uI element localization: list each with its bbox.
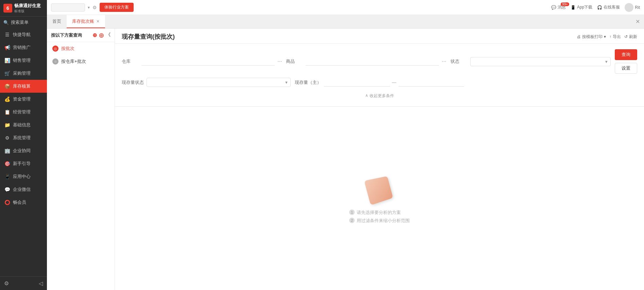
warehouse-filter-group: 仓库 ··· <box>122 57 282 66</box>
messages-button[interactable]: 💬 消息 99+ <box>551 4 566 10</box>
collapse-sidebar-icon[interactable]: ◁ <box>39 280 43 287</box>
user-profile[interactable]: Rit <box>625 3 640 12</box>
print-dropdown-icon[interactable]: ▾ <box>604 34 606 39</box>
tab-home[interactable]: 首页 <box>47 15 67 28</box>
username: Rit <box>635 5 640 10</box>
stock-main-filter-group: 现存量（主） — <box>295 78 464 87</box>
sidebar: 6 畅康通好生意 标准版 🔍 搜索菜单 ☰快捷导航📢营销推广📊销售管理🛒采购管理… <box>0 0 47 290</box>
sidebar-item-system[interactable]: ⚙系统管理 <box>0 131 47 144</box>
nav-label-quick-nav: 快捷导航 <box>13 32 31 38</box>
collapse-filters-row[interactable]: ∧ 收起更多条件 <box>122 91 637 101</box>
nav-icon-business: 📋 <box>4 109 10 115</box>
sidebar-item-app-center[interactable]: 📱应用中心 <box>0 170 47 183</box>
nav-icon-sales: 📊 <box>4 57 10 64</box>
sidebar-logo: 6 <box>3 4 12 13</box>
hint-item-2: 2 用过滤条件来缩小分析范围 <box>349 218 410 224</box>
stock-main-range: — <box>324 78 464 87</box>
tab-close-icon[interactable]: ✕ <box>96 19 100 24</box>
export-icon: ↑ <box>609 34 611 39</box>
sidebar-item-marketing[interactable]: 📢营销推广 <box>0 41 47 54</box>
tab-inventory-batch[interactable]: 库存批次账 ✕ <box>67 15 105 28</box>
print-icon: 🖨 <box>577 34 581 39</box>
sidebar-item-enterprise[interactable]: 🏢企业协同 <box>0 144 47 157</box>
nav-label-sales: 销售管理 <box>13 57 31 64</box>
filter-row-2: 现存量状态 ▾ 现存量（主） — <box>122 78 637 87</box>
tab-panel-close-button[interactable]: ✕ <box>631 15 644 28</box>
empty-illustration <box>362 173 396 207</box>
collapse-panel-icon[interactable]: 《 <box>106 32 111 38</box>
online-service-button[interactable]: 🎧 在线客服 <box>597 4 620 10</box>
nav-icon-enterprise: 🏢 <box>4 148 10 154</box>
nav-icon-inventory: 📦 <box>4 83 10 89</box>
warehouse-filter-input[interactable] <box>141 57 275 66</box>
sidebar-item-basic[interactable]: 📁基础信息 <box>0 119 47 131</box>
refresh-button[interactable]: ↺ 刷新 <box>624 34 637 40</box>
manage-scheme-icon[interactable]: ◎ <box>99 32 104 38</box>
nav-icon-purchase: 🛒 <box>4 70 10 76</box>
nav-icon-quick-nav: ☰ <box>4 32 10 38</box>
sidebar-item-newbie[interactable]: 🎯新手引导 <box>0 157 47 170</box>
empty-hints: 1 请先选择要分析的方案 2 用过滤条件来缩小分析范围 <box>349 210 410 224</box>
nav-label-inventory: 库存核算 <box>13 83 31 89</box>
sidebar-search[interactable]: 🔍 搜索菜单 <box>0 17 47 28</box>
left-panel-header: 按以下方案查询 ⊕ ◎ 《 <box>47 29 115 42</box>
sidebar-item-inventory[interactable]: 📦库存核算 <box>0 80 47 93</box>
scheme-inactive-icon: ○ <box>52 58 58 65</box>
scheme-by-warehouse-batch[interactable]: ○ 按仓库+批次 <box>47 55 115 68</box>
settings-filter-button[interactable]: 设置 <box>615 63 637 74</box>
topbar-search-input[interactable] <box>51 3 85 12</box>
range-separator: — <box>392 80 396 85</box>
scheme-by-batch[interactable]: ◎ 按批次 <box>47 42 115 55</box>
page-header-actions: 🖨 按模板打印 ▾ ↑ 导出 ↺ 刷新 <box>577 34 637 40</box>
topbar-chevron-icon[interactable]: ▾ <box>88 5 90 10</box>
sidebar-item-sales[interactable]: 📊销售管理 <box>0 54 47 67</box>
nav-label-marketing: 营销推广 <box>13 44 31 51</box>
filter-row-1: 仓库 ··· 商品 ··· 状态 ▾ <box>122 49 637 74</box>
goods-filter-input[interactable] <box>306 57 439 66</box>
nav-icon-system: ⚙ <box>4 135 10 141</box>
tab-inventory-batch-label: 库存批次账 <box>72 18 94 24</box>
topbar-gear-icon[interactable]: ⚙ <box>92 5 97 10</box>
sidebar-app-subtitle: 标准版 <box>14 9 41 14</box>
page-header: 现存量查询(按批次) 🖨 按模板打印 ▾ ↑ 导出 ↺ 刷新 <box>115 29 644 44</box>
status-filter-group: 状态 ▾ <box>451 57 611 66</box>
stock-status-select[interactable]: ▾ <box>147 78 291 87</box>
service-icon: 🎧 <box>597 5 602 10</box>
goods-filter-dots[interactable]: ··· <box>442 58 446 65</box>
sidebar-item-finance[interactable]: 💰资金管理 <box>0 93 47 106</box>
export-button[interactable]: ↑ 导出 <box>609 34 621 40</box>
sidebar-item-purchase[interactable]: 🛒采购管理 <box>0 67 47 80</box>
nav-icon-wechat: 💬 <box>4 186 10 193</box>
online-service-label: 在线客服 <box>604 4 620 10</box>
messages-badge: 99+ <box>561 2 569 6</box>
sidebar-title-block: 畅康通好生意 标准版 <box>14 3 41 14</box>
settings-icon[interactable]: ⚙ <box>4 280 9 287</box>
stock-main-from-input[interactable] <box>324 78 390 87</box>
sidebar-search-label: 搜索菜单 <box>11 19 29 25</box>
stock-main-to-input[interactable] <box>399 78 464 87</box>
empty-box-shape <box>364 176 393 205</box>
stock-status-chevron: ▾ <box>285 80 288 85</box>
add-scheme-icon[interactable]: ⊕ <box>92 32 97 38</box>
nav-label-enterprise: 企业协同 <box>13 148 31 154</box>
sidebar-item-quick-nav[interactable]: ☰快捷导航 <box>0 28 47 41</box>
sidebar-item-business[interactable]: 📋经营管理 <box>0 106 47 119</box>
print-template-button[interactable]: 🖨 按模板打印 ▾ <box>577 34 606 40</box>
warehouse-filter-dots[interactable]: ··· <box>277 58 282 65</box>
status-filter-select[interactable]: ▾ <box>470 57 611 66</box>
query-button[interactable]: 查询 <box>615 49 637 60</box>
hint-num-2: 2 <box>349 218 355 223</box>
hint-text-1: 请先选择要分析的方案 <box>357 210 401 216</box>
goods-filter-label: 商品 <box>286 58 303 65</box>
nav-icon-basic: 📁 <box>4 122 10 128</box>
sidebar-item-wechat[interactable]: 💬企业微信 <box>0 183 47 196</box>
refresh-label: 刷新 <box>629 34 637 40</box>
tabbar: 首页 库存批次账 ✕ ✕ <box>47 15 644 29</box>
chevron-up-icon: ∧ <box>365 93 368 99</box>
app-download-button[interactable]: 📱 App下载 <box>571 4 592 10</box>
sidebar-item-member[interactable]: ⭕畅会员 <box>0 196 47 209</box>
trial-button[interactable]: 体验行业方案 <box>100 3 134 12</box>
scheme-by-batch-label: 按批次 <box>61 46 74 52</box>
phone-icon: 📱 <box>571 5 576 10</box>
sidebar-nav: ☰快捷导航📢营销推广📊销售管理🛒采购管理📦库存核算💰资金管理📋经营管理📁基础信息… <box>0 28 47 276</box>
